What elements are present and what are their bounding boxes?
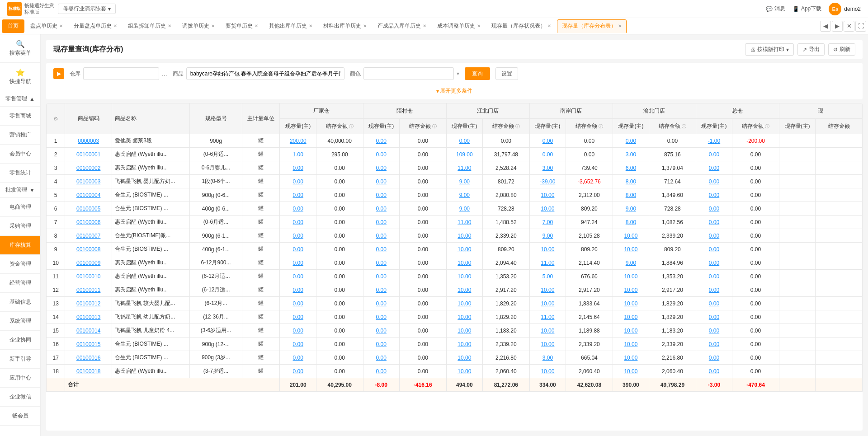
sidebar-item-purchase[interactable]: 采购管理 <box>0 217 40 236</box>
warehouse-input[interactable] <box>83 67 159 80</box>
sidebar-item-inventory[interactable]: 库存核算 <box>0 236 40 255</box>
cell-yubeicheng-amt: 1,082.56 <box>649 216 696 229</box>
tab-nav-prev[interactable]: ◀ <box>820 21 831 32</box>
sidebar-item-retail-stats[interactable]: 零售统计 <box>0 164 40 183</box>
cell-unit: 罐 <box>242 324 280 338</box>
cell-num: 10 <box>47 256 65 270</box>
table-scroll[interactable]: ⚙ 商品编码 商品名称 规格型号 主计量单位 厂家仓 陌村仓 江北门店 南岸门店… <box>46 103 863 431</box>
table-row: 7 00100006 惠氏启醒 (Wyeth illu... (0-6月适...… <box>47 216 863 229</box>
goods-input[interactable] <box>186 67 344 80</box>
tab-stock-status-label: 现存量（库存状况表） <box>491 22 546 30</box>
app-download-btn[interactable]: 📱 App下载 <box>793 5 821 13</box>
tab-home[interactable]: 首页 <box>2 19 24 33</box>
tab-split-inventory[interactable]: 分量盘点单历史 ✕ <box>69 19 122 33</box>
gear-icon[interactable]: ⚙ <box>53 116 58 122</box>
message-btn[interactable]: 💬 消息 <box>766 5 785 13</box>
sidebar-item-retail-mgmt[interactable]: 零售管理 ▲ <box>0 91 40 107</box>
setting-button[interactable]: 设置 <box>495 67 518 80</box>
query-button[interactable]: 查询 <box>465 67 490 80</box>
tab-nav-next[interactable]: ▶ <box>832 21 843 32</box>
yubeicheng-amt-info[interactable]: ⓘ <box>682 124 686 129</box>
sidebar-item-marketing[interactable]: 营销推广 <box>0 126 40 145</box>
th-extra-qty: 现存量(主) <box>779 119 816 134</box>
tab-material-outbound[interactable]: 材料出库单历史 ✕ <box>318 19 372 33</box>
nanan-amt-info[interactable]: ⓘ <box>599 124 603 129</box>
export-icon: ↗ <box>802 47 807 53</box>
tab-finished-inbound[interactable]: 产成品入库单历史 ✕ <box>373 19 431 33</box>
warehouse-more-icon[interactable]: ... <box>162 70 167 77</box>
sidebar-item-onboarding[interactable]: 新手引导 <box>0 350 40 369</box>
tab-split-inventory-close[interactable]: ✕ <box>113 23 117 28</box>
cell-total-qty: 0.00 <box>696 202 732 216</box>
tab-purchase-order[interactable]: 要货单历史 ✕ <box>221 19 263 33</box>
jiangbei-amt-info[interactable]: ⓘ <box>515 124 520 129</box>
sidebar-item-system[interactable]: 系统管理 <box>0 312 40 331</box>
sidebar-onboarding-label: 新手引导 <box>4 355 37 363</box>
cell-unit: 罐 <box>242 243 280 256</box>
sidebar-item-retail-shop[interactable]: 零售商城 <box>0 107 40 126</box>
cell-unit: 罐 <box>242 256 280 270</box>
expand-btn[interactable]: ▾ 展开更多条件 <box>436 87 472 95</box>
cell-spec: (0-6月适... <box>190 148 242 161</box>
tab-stock-dist[interactable]: 现存量（库存分布表） ✕ <box>557 19 627 33</box>
cell-extra-qty <box>779 161 816 175</box>
sidebar-item-finance[interactable]: 资金管理 <box>0 255 40 274</box>
tab-inventory-history-close[interactable]: ✕ <box>59 23 63 28</box>
sidebar-item-member[interactable]: 会员中心 <box>0 145 40 164</box>
sidebar-item-membership[interactable]: 畅会员 <box>0 407 40 426</box>
industry-selector[interactable]: 母婴行业演示陈套 ▾ <box>58 4 116 14</box>
sidebar-item-quick-nav[interactable]: ⭐ 快捷导航 <box>0 63 40 91</box>
sidebar-item-wholesale-mgmt[interactable]: 批发管理 ▼ <box>0 183 40 198</box>
color-input[interactable] <box>363 67 454 80</box>
sidebar-item-app-center[interactable]: 应用中心 <box>0 369 40 388</box>
sidebar-item-ecommerce[interactable]: 电商管理 <box>0 198 40 217</box>
wholesale-expand-icon: ▼ <box>29 187 35 193</box>
sidebar-item-enterprise-wechat[interactable]: 企业微信 <box>0 388 40 407</box>
search-toggle-btn[interactable]: ▶ <box>53 68 64 79</box>
sidebar-item-biz-mgmt[interactable]: 经营管理 <box>0 274 40 293</box>
user-profile[interactable]: Ea demo2 <box>829 3 861 15</box>
sidebar-item-enterprise-coop[interactable]: 企业协同 <box>0 331 40 350</box>
cell-factory-amt: 40,000.00 <box>316 134 363 148</box>
sidebar-retail-stats-label: 零售统计 <box>4 169 37 177</box>
tab-inventory-history[interactable]: 盘点单历史 ✕ <box>25 19 68 33</box>
tab-cost-adjust-close[interactable]: ✕ <box>477 23 481 28</box>
tab-nav-fullscreen[interactable]: ⛶ <box>855 21 866 32</box>
tab-assembly-close[interactable]: ✕ <box>168 23 171 28</box>
tab-other-outbound[interactable]: 其他出库单历史 ✕ <box>264 19 317 33</box>
tab-stock-dist-close[interactable]: ✕ <box>618 23 622 28</box>
tab-assembly[interactable]: 组装拆卸单历史 ✕ <box>123 19 176 33</box>
cell-spec: (3-7岁适... <box>190 365 242 378</box>
tab-stock-status[interactable]: 现存量（库存状况表） ✕ <box>486 19 556 33</box>
export-button[interactable]: ↗ 导出 <box>797 43 825 56</box>
cell-factory-amt: 0.00 <box>316 351 363 365</box>
cell-total-amt: 0.00 <box>732 270 779 283</box>
cell-spec: 900g (0-6... <box>190 188 242 202</box>
sidebar-item-search[interactable]: 🔍 搜索英单 <box>0 34 40 63</box>
cell-yubeicheng-qty: 10.00 <box>613 365 649 378</box>
tab-stock-status-close[interactable]: ✕ <box>547 23 551 28</box>
print-button[interactable]: 🖨 按模版打印 ▾ <box>745 43 794 56</box>
th-nanan-qty: 现存量(主) <box>529 119 566 134</box>
cell-mountain-qty: 0.00 <box>363 283 400 297</box>
cell-nanan-amt: 1,189.88 <box>566 324 613 338</box>
cell-total-qty: 0.00 <box>696 310 732 324</box>
refresh-button[interactable]: ↺ 刷新 <box>828 43 855 56</box>
tab-purchase-order-close[interactable]: ✕ <box>255 23 258 28</box>
cell-extra-amt <box>816 351 863 365</box>
tab-other-outbound-close[interactable]: ✕ <box>309 23 312 28</box>
tab-finished-inbound-close[interactable]: ✕ <box>423 23 426 28</box>
total-amt-info[interactable]: ⓘ <box>765 124 769 129</box>
tab-material-outbound-close[interactable]: ✕ <box>363 23 367 28</box>
cell-total-qty: 0.00 <box>696 243 732 256</box>
cell-yubeicheng-qty: 8.00 <box>613 175 649 188</box>
cell-yubeicheng-qty: 0.00 <box>613 134 649 148</box>
tab-cost-adjust[interactable]: 成本调整单历史 ✕ <box>432 19 486 33</box>
sidebar-item-basic-info[interactable]: 基础信息 <box>0 293 40 312</box>
mountain-amt-info[interactable]: ⓘ <box>432 124 437 129</box>
cell-num: 9 <box>47 243 65 256</box>
tab-transfer-close[interactable]: ✕ <box>211 23 215 28</box>
tab-transfer[interactable]: 调拨单历史 ✕ <box>177 19 220 33</box>
factory-amt-info[interactable]: ⓘ <box>349 124 354 129</box>
tab-nav-close-all[interactable]: ✕ <box>844 21 854 32</box>
